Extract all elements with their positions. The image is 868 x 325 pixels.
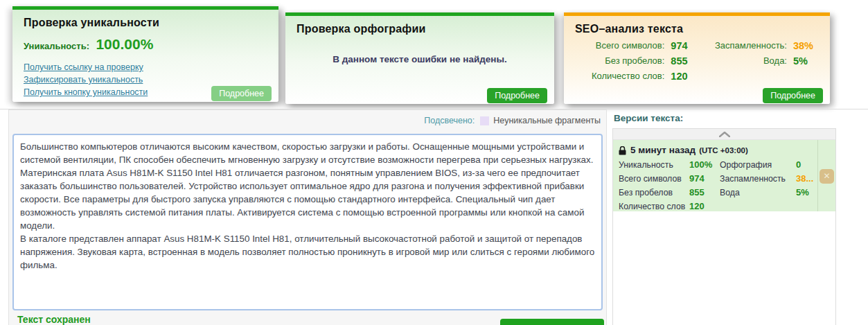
link-fix-uniqueness[interactable]: Зафиксировать уникальность [24, 73, 267, 86]
version-stat-value-spam: 38... [796, 172, 818, 186]
seo-card: SEO–анализ текста Всего символов: 974 Бе… [564, 12, 830, 104]
uniqueness-result: Уникальность: 100.00% [12, 29, 278, 53]
seo-stat-value: 974 [664, 38, 707, 53]
check-uniqueness-button[interactable] [500, 319, 604, 325]
seo-stat-value: 855 [664, 53, 707, 69]
highlight-legend: Подсвечено: Неуникальные фрагменты [424, 116, 601, 125]
lock-icon [619, 146, 626, 155]
seo-stat-label: Без пробелов: [564, 53, 664, 69]
uniqueness-label: Уникальность: [24, 41, 89, 51]
versions-collapse-toggle[interactable] [613, 129, 835, 140]
uniqueness-value: 100.00% [96, 36, 153, 52]
page: Проверка уникальности Уникальность: 100.… [0, 0, 868, 325]
version-stat-value: 100% [689, 158, 720, 172]
spelling-details-button[interactable]: Подробнее [487, 88, 547, 103]
seo-details-button[interactable]: Подробнее [763, 88, 823, 103]
seo-stats: Всего символов: 974 Без пробелов: 855 Ко… [564, 38, 830, 84]
link-get-check-link[interactable]: Получить ссылку на проверку [24, 61, 267, 73]
version-stat-label: Всего символов [619, 172, 689, 186]
version-timezone: (UTC +03:00) [699, 144, 748, 157]
version-header: 5 минут назад (UTC +03:00) [619, 144, 830, 157]
version-stat-value: 120 [689, 200, 720, 213]
seo-stat-no-spaces: Без пробелов: 855 [564, 53, 707, 69]
seo-stats-right: Заспамленность: 38% Вода: 5% [707, 38, 830, 84]
version-stat-label: Вода [720, 186, 796, 200]
version-card-separator [817, 140, 818, 211]
text-saved-status: Текст сохранен [17, 314, 91, 325]
uniqueness-details-button[interactable]: Подробнее [211, 86, 272, 101]
version-stat-value: 5% [796, 186, 818, 200]
seo-stat-word-count: Количество слов: 120 [564, 69, 707, 84]
non-unique-label: Неуникальные фрагменты [493, 116, 601, 125]
version-time: 5 минут назад [630, 144, 696, 157]
version-stats-grid: Уникальность 100% Орфография 0 Всего сим… [619, 158, 818, 213]
seo-stat-label: Количество слов: [564, 69, 664, 84]
uniqueness-card: Проверка уникальности Уникальность: 100.… [12, 6, 278, 102]
chevron-up-icon [719, 132, 730, 137]
seo-card-accent-bar [564, 12, 830, 16]
spelling-card: Проверка орфографии В данном тексте ошиб… [285, 12, 554, 104]
seo-stats-left: Всего символов: 974 Без пробелов: 855 Ко… [564, 38, 707, 84]
spelling-result-message: В данном тексте ошибки не найдены. [285, 54, 554, 64]
versions-panel: 5 минут назад (UTC +03:00) Уникальность … [612, 128, 836, 325]
seo-stat-label: Заспамленность: [707, 38, 787, 53]
text-editor[interactable]: Большинство компьютеров отличаются высок… [12, 134, 603, 310]
seo-stat-label: Вода: [707, 53, 787, 69]
version-stat-label: Заспамленность [720, 172, 796, 186]
version-stat-value: 855 [689, 186, 720, 200]
version-stat-value: 974 [689, 172, 720, 186]
versions-title: Версии текста: [614, 113, 683, 123]
version-close-button[interactable]: ✕ [820, 169, 834, 184]
highlighted-label: Подсвечено: [424, 116, 475, 125]
version-entry[interactable]: 5 минут назад (UTC +03:00) Уникальность … [613, 140, 835, 211]
seo-stat-label: Всего символов: [564, 38, 664, 53]
seo-stat-water: Вода: 5% [707, 53, 830, 69]
version-stat-label: Без пробелов [619, 186, 689, 200]
version-stat-label: Уникальность [619, 158, 689, 172]
seo-stat-value: 120 [664, 69, 707, 84]
uniqueness-card-accent-bar [12, 6, 278, 10]
version-stat-value: 0 [796, 158, 818, 172]
non-unique-swatch-icon [480, 116, 489, 125]
seo-stat-spam: Заспамленность: 38% [707, 38, 830, 53]
spelling-card-accent-bar [285, 12, 554, 16]
version-stat-label: Количество слов [619, 200, 689, 213]
seo-stat-total-chars: Всего символов: 974 [564, 38, 707, 53]
seo-stat-value-spam: 38% [787, 38, 830, 53]
editor-section: Подсвечено: Неуникальные фрагменты Больш… [8, 109, 607, 325]
seo-stat-value-water: 5% [787, 53, 830, 69]
version-stat-label: Орфография [720, 158, 796, 172]
